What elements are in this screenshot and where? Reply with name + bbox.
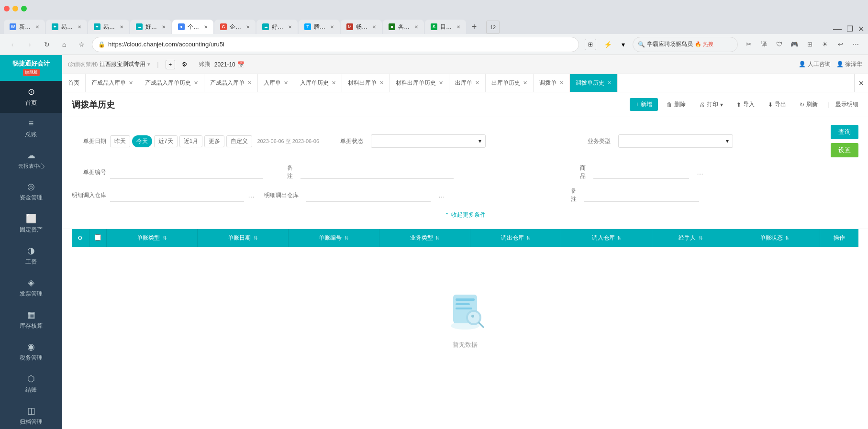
- browser-minimize-btn[interactable]: —: [833, 24, 842, 34]
- back-btn[interactable]: ‹: [6, 38, 19, 51]
- new-btn[interactable]: + 新增: [630, 98, 657, 111]
- browser-search-bar[interactable]: 🔍 学霸应聘场驱鸟员 🔥 热搜: [633, 37, 738, 52]
- forward-btn[interactable]: ›: [23, 38, 36, 51]
- sidebar-item-invoice[interactable]: ◈ 发票管理: [0, 272, 62, 304]
- home-btn[interactable]: ⌂: [57, 38, 71, 51]
- tab-close-btn[interactable]: ✕: [194, 80, 198, 86]
- tab-transfer[interactable]: 调拨单 ✕: [534, 74, 570, 92]
- game-btn[interactable]: 🎮: [788, 38, 801, 51]
- tab-out-order[interactable]: 出库单 ✕: [449, 74, 486, 92]
- browser-tab-7[interactable]: ☁ 好… ✕: [256, 20, 298, 34]
- browser-restore-btn[interactable]: ❐: [846, 24, 853, 33]
- note-input[interactable]: [300, 165, 454, 179]
- tab-close-all-btn[interactable]: ✕: [854, 74, 868, 92]
- print-btn[interactable]: 🖨 打印 ▾: [694, 98, 728, 111]
- shield-btn[interactable]: 🛡: [772, 38, 786, 51]
- status-select[interactable]: ▾: [371, 134, 486, 148]
- sort-icon[interactable]: ⇅: [254, 235, 257, 241]
- th-settings[interactable]: ⚙: [72, 229, 89, 247]
- goods-input[interactable]: [593, 165, 689, 179]
- browser-tab-5[interactable]: ● 个… ✕: [172, 20, 213, 34]
- display-btn[interactable]: 显示明细: [835, 100, 858, 109]
- sort-icon[interactable]: ⇅: [526, 235, 530, 241]
- scissors-btn[interactable]: ✂: [742, 38, 755, 51]
- lightning-btn[interactable]: ⚡: [602, 39, 613, 50]
- date-custom-btn[interactable]: 自定义: [226, 135, 252, 147]
- grid-btn[interactable]: ⊞: [803, 38, 816, 51]
- detail-out-ellipsis-btn[interactable]: …: [438, 191, 445, 199]
- tab-transfer-history[interactable]: 调拨单历史 ✕: [570, 74, 618, 92]
- favorites-btn[interactable]: ☆: [75, 38, 88, 51]
- delete-btn[interactable]: 🗑 删除: [662, 98, 690, 111]
- sort-icon[interactable]: ⇅: [617, 235, 621, 241]
- export-btn[interactable]: ⬇ 导出: [763, 98, 791, 111]
- tab-product-in-2[interactable]: 产成品入库单 ✕: [204, 74, 258, 92]
- browser-tab-8[interactable]: T 腾… ✕: [299, 20, 340, 34]
- tab-close-btn[interactable]: ✕: [247, 80, 252, 86]
- tab-close-btn[interactable]: ✕: [379, 80, 384, 86]
- tab-material-out[interactable]: 材料出库单 ✕: [342, 74, 390, 92]
- doc-num-input[interactable]: [110, 165, 263, 179]
- sort-icon[interactable]: ⇅: [345, 235, 348, 241]
- browser-close-btn[interactable]: ✕: [858, 24, 864, 33]
- tab-out-history[interactable]: 出库单历史 ✕: [486, 74, 534, 92]
- refresh-btn[interactable]: ↻ 刷新: [795, 98, 823, 111]
- setting-btn[interactable]: 设置: [831, 143, 858, 157]
- calendar-icon[interactable]: 📅: [237, 61, 245, 68]
- tab-close-btn[interactable]: ✕: [129, 80, 133, 86]
- tab-close-btn[interactable]: ✕: [439, 80, 443, 86]
- browser-tab-11[interactable]: S 目… ✕: [425, 20, 466, 34]
- date-7days-btn[interactable]: 近7天: [154, 135, 178, 147]
- translate-btn[interactable]: 译: [757, 38, 770, 51]
- browser-tab-1[interactable]: W 新… ✕: [4, 20, 45, 34]
- date-more-btn[interactable]: 更多: [204, 135, 224, 147]
- date-yesterday-btn[interactable]: 昨天: [110, 135, 130, 147]
- window-minimize-btn[interactable]: [12, 6, 18, 11]
- collapse-btn[interactable]: ⌃ 收起更多条件: [445, 209, 486, 221]
- sidebar-item-ledger[interactable]: ≡ 总账: [0, 113, 62, 144]
- date-1month-btn[interactable]: 近1月: [179, 135, 203, 147]
- goods-ellipsis-btn[interactable]: …: [697, 168, 703, 176]
- add-company-btn[interactable]: +: [166, 60, 175, 69]
- sidebar-item-inventory[interactable]: ▦ 库存核算: [0, 304, 62, 336]
- history-btn[interactable]: ↩: [834, 38, 847, 51]
- sidebar-item-home[interactable]: ⊙ 首页: [0, 81, 62, 113]
- extensions-btn[interactable]: ⊞: [585, 39, 596, 50]
- sidebar-item-fixed-assets[interactable]: ⬜ 固定资产: [0, 208, 62, 240]
- tab-in-order[interactable]: 入库单 ✕: [258, 74, 294, 92]
- browser-tab-9[interactable]: M 畅… ✕: [341, 20, 382, 34]
- settings-company-btn[interactable]: ⚙: [182, 61, 188, 68]
- sidebar-item-report[interactable]: ☁ 云报表中心: [0, 144, 62, 176]
- query-btn[interactable]: 查询: [831, 125, 858, 139]
- service-btn[interactable]: 👤 人工咨询: [799, 60, 830, 68]
- brightness-btn[interactable]: ☀: [818, 38, 832, 51]
- new-tab-btn[interactable]: +: [467, 20, 481, 34]
- browser-tab-4[interactable]: ☁ 好… ✕: [130, 20, 171, 34]
- menu-btn[interactable]: ⋯: [849, 38, 862, 51]
- tab-close-btn[interactable]: ✕: [559, 80, 564, 86]
- tab-material-out-history[interactable]: 材料出库单历史 ✕: [390, 74, 449, 92]
- browser-tab-2[interactable]: ✦ 易… ✕: [46, 20, 87, 34]
- dropdown-btn[interactable]: ▾: [617, 39, 629, 50]
- tab-product-in-history[interactable]: 产成品入库单历史 ✕: [139, 74, 204, 92]
- detail-out-input[interactable]: [306, 188, 431, 202]
- tab-close-btn[interactable]: ✕: [607, 80, 612, 86]
- window-maximize-btn[interactable]: [21, 6, 27, 11]
- sidebar-item-payroll[interactable]: ◑ 工资: [0, 240, 62, 272]
- tab-product-in[interactable]: 产成品入库单 ✕: [86, 74, 139, 92]
- date-today-btn[interactable]: 今天: [132, 135, 152, 147]
- biz-type-select[interactable]: ▾: [618, 134, 733, 148]
- reload-btn[interactable]: ↻: [40, 38, 54, 51]
- sort-icon[interactable]: ⇅: [163, 235, 167, 241]
- sidebar-item-fund[interactable]: ◎ 资金管理: [0, 176, 62, 208]
- import-btn[interactable]: ⬆ 导入: [732, 98, 759, 111]
- tab-count-badge[interactable]: 12: [486, 21, 500, 34]
- browser-tab-6[interactable]: C 企… ✕: [214, 20, 256, 34]
- th-check[interactable]: [89, 229, 106, 247]
- address-bar[interactable]: 🔒 https://cloud.chanjet.com/accounting/u…: [92, 37, 579, 52]
- tab-close-btn[interactable]: ✕: [475, 80, 479, 86]
- sort-icon[interactable]: ⇅: [435, 235, 439, 241]
- sidebar-item-tax[interactable]: ◉ 税务管理: [0, 336, 62, 368]
- detail-in-ellipsis-btn[interactable]: …: [248, 191, 255, 199]
- sidebar-item-close-accounts[interactable]: ⬡ 结账: [0, 368, 62, 400]
